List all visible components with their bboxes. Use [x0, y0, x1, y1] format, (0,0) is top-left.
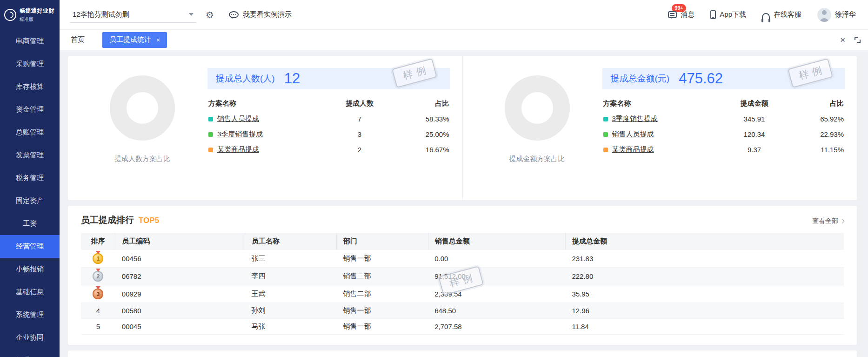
total-commission: 231.83: [565, 250, 844, 268]
plan-percentage: 16.67%: [398, 146, 449, 154]
department: 销售一部: [336, 319, 428, 335]
company-selector[interactable]: 12李艳芬测试勿删: [70, 7, 196, 23]
legend-swatch: [603, 117, 608, 121]
online-support-button[interactable]: 在线客服: [762, 10, 801, 19]
sidebar-item-inventory[interactable]: 库存核算: [0, 75, 60, 98]
plan-percentage: 58.33%: [398, 115, 449, 123]
sidebar-item-tax[interactable]: 税务管理: [0, 167, 60, 189]
amount-donut-chart: [505, 75, 570, 141]
table-row[interactable]: 1 00456 张三 销售一部 0.00 231.83: [81, 250, 844, 268]
headcount-stat-label: 提成总人数(人): [216, 73, 275, 85]
app-window: 畅捷通好业财 标准版 电商管理 采购管理 库存核算 资金管理 总账管理 发票管理…: [0, 0, 868, 357]
employee-name: 马张: [245, 319, 337, 335]
app-download-button[interactable]: App下载: [710, 10, 746, 19]
commission-overview-card: 提成人数方案占比 提成总人数(人) 12 方案名称 提成人数 占比: [68, 56, 857, 200]
close-icon[interactable]: ×: [840, 35, 845, 44]
plan-link[interactable]: 销售人员提成: [612, 130, 654, 139]
amount-stat-label: 提成总金额(元): [611, 73, 670, 85]
col-department: 部门: [336, 233, 428, 250]
employee-code: 06782: [115, 268, 245, 285]
sidebar-item-collaboration[interactable]: 企业协同: [0, 326, 60, 349]
sidebar-item-fixed-assets[interactable]: 固定资产: [0, 189, 60, 212]
messages-button[interactable]: 99+ 消息: [668, 10, 694, 19]
main-area: 12李艳芬测试勿删 ⚙ 我要看实例演示 99+ 消息 App下载: [60, 0, 868, 357]
topbar-right-group: 99+ 消息 App下载 在线客服 徐泽华: [668, 8, 856, 22]
legend-row: 销售人员提成 120.34 22.93%: [603, 127, 844, 142]
headcount-chart-caption: 提成人数方案占比: [114, 155, 170, 163]
view-all-link[interactable]: 查看全部: [812, 217, 844, 225]
demo-bubble-icon: [229, 11, 239, 18]
plan-link[interactable]: 3季度销售提成: [612, 115, 658, 123]
silver-medal-icon: 2: [93, 271, 103, 282]
amount-chart-caption: 提成金额方案占比: [509, 155, 565, 163]
total-commission: 35.95: [565, 285, 844, 303]
commission-ranking-card: 员工提成排行 TOP5 查看全部 排序 员工编码: [68, 206, 857, 345]
col-total-sales: 销售总金额: [428, 233, 565, 250]
sidebar-item-ecommerce[interactable]: 电商管理: [0, 30, 60, 53]
sidebar-item-invoice[interactable]: 发票管理: [0, 144, 60, 167]
sidebar-item-funds[interactable]: 资金管理: [0, 98, 60, 121]
user-name: 徐泽华: [835, 10, 856, 19]
department: 销售一部: [336, 250, 428, 268]
sidebar-item-purchase[interactable]: 采购管理: [0, 53, 60, 75]
plan-link[interactable]: 销售人员提成: [217, 115, 259, 123]
ranking-top5-label: TOP5: [139, 216, 159, 225]
legend-header-row: 方案名称 提成人数 占比: [208, 96, 449, 111]
plan-link[interactable]: 3季度销售提成: [217, 130, 263, 139]
user-menu[interactable]: 徐泽华: [817, 8, 856, 22]
sidebar-item-system[interactable]: 系统管理: [0, 303, 60, 326]
legend-row: 3季度销售提成 3 25.00%: [208, 127, 449, 142]
col-amount: 提成金额: [716, 99, 793, 108]
gear-icon[interactable]: ⚙: [206, 10, 214, 20]
sidebar-item-basic-info[interactable]: 基础信息: [0, 281, 60, 303]
plan-link[interactable]: 某类商品提成: [217, 145, 259, 154]
sidebar-item-guide[interactable]: 新手引导: [0, 349, 60, 357]
total-sales: 2,707.58: [428, 319, 565, 335]
chevron-right-icon: [840, 219, 845, 223]
legend-row: 3季度销售提成 345.91 65.92%: [603, 111, 844, 127]
tab-employee-commission-stats[interactable]: 员工提成统计 ×: [102, 32, 167, 48]
legend-swatch: [603, 132, 608, 137]
plan-link[interactable]: 某类商品提成: [612, 145, 654, 154]
employee-code: 00580: [115, 303, 245, 319]
total-commission: 11.84: [565, 319, 844, 335]
legend-swatch: [208, 117, 213, 121]
demo-link[interactable]: 我要看实例演示: [229, 10, 292, 19]
sidebar-item-business-management[interactable]: 经营管理: [0, 235, 60, 258]
plan-value: 9.37: [716, 146, 793, 154]
headcount-stats: 提成总人数(人) 12 方案名称 提成人数 占比: [207, 68, 450, 200]
total-commission: 222.80: [565, 268, 844, 285]
amount-panel: 提成金额方案占比 提成总金额(元) 475.62 方案名称 提成金额 占比: [463, 56, 857, 200]
employee-name: 李四: [245, 268, 337, 285]
employee-name: 孙刘: [245, 303, 337, 319]
plan-percentage: 65.92%: [793, 115, 844, 123]
plan-value: 120.34: [716, 130, 793, 138]
amount-legend-table: 方案名称 提成金额 占比 3季度销售提成 345.91 65.92%: [602, 96, 845, 157]
legend-swatch: [208, 148, 213, 152]
amount-chart-block: 提成金额方案占比: [472, 68, 602, 200]
ranking-title: 员工提成排行: [81, 214, 134, 226]
gold-medal-icon: 1: [93, 253, 103, 264]
sidebar-item-expense[interactable]: 小畅报销: [0, 258, 60, 281]
employee-name: 王武: [245, 285, 337, 303]
employee-code: 00929: [115, 285, 245, 303]
plan-percentage: 25.00%: [398, 130, 449, 138]
view-all-label: 查看全部: [812, 217, 838, 225]
table-header-row: 排序 员工编码 员工名称 部门 销售总金额 提成总金额: [81, 233, 844, 250]
plan-percentage: 11.15%: [793, 146, 844, 154]
table-row[interactable]: 5 00045 马张 销售一部 2,707.58 11.84: [81, 319, 844, 335]
tab-close-icon[interactable]: ×: [156, 37, 160, 43]
company-selector-value: 12李艳芬测试勿删: [73, 10, 129, 19]
amount-stat-value: 475.62: [679, 70, 723, 87]
employee-name: 张三: [245, 250, 337, 268]
tab-home[interactable]: 首页: [71, 35, 85, 44]
fullscreen-toggle-icon[interactable]: [855, 37, 861, 43]
logo-title: 畅捷通好业财: [20, 7, 54, 15]
employee-code: 00045: [115, 319, 245, 335]
sidebar-item-payroll[interactable]: 工资: [0, 212, 60, 235]
headcount-donut-chart: [110, 75, 175, 141]
app-download-label: App下载: [720, 10, 746, 19]
sidebar-item-general-ledger[interactable]: 总账管理: [0, 121, 60, 144]
table-row[interactable]: 4 00580 孙刘 销售一部 648.50 12.96: [81, 303, 844, 319]
col-percentage: 占比: [398, 99, 449, 108]
